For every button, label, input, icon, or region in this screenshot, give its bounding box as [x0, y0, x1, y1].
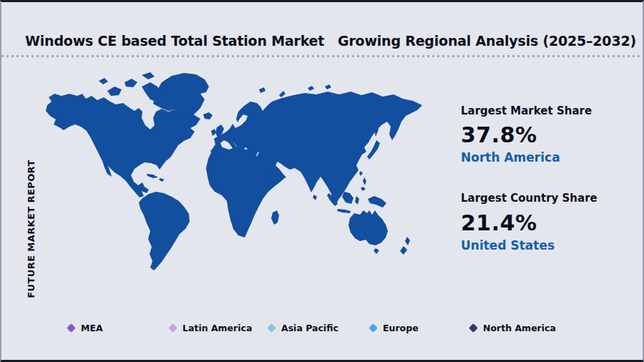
stat-value-market-share: 37.8%	[461, 122, 537, 147]
diamond-marker-icon	[369, 323, 378, 333]
legend-label: North America	[483, 323, 556, 333]
world-map-landmasses	[46, 72, 422, 270]
legend-item-europe: Europe	[370, 323, 419, 333]
world-map	[41, 69, 431, 276]
stat-region-country-share: United States	[461, 238, 555, 253]
brand-watermark: FUTURE MARKET REPORT	[26, 160, 36, 298]
diamond-marker-icon	[168, 323, 177, 333]
stat-label-market-share: Largest Market Share	[461, 104, 592, 117]
infographic-frame: Windows CE based Total Station Market Gr…	[0, 0, 644, 362]
stat-region-market-share: North America	[461, 150, 560, 165]
legend-item-latin-america: Latin America	[170, 323, 252, 333]
legend-label: Europe	[383, 323, 419, 333]
stat-value-country-share: 21.4%	[461, 210, 537, 235]
diamond-marker-icon	[67, 323, 76, 333]
diamond-marker-icon	[267, 323, 276, 333]
legend-item-asia-pacific: Asia Pacific	[268, 323, 338, 333]
dotted-divider	[1, 55, 643, 57]
legend-item-mea: MEA	[68, 323, 103, 333]
page-title: Windows CE based Total Station Market	[25, 33, 324, 49]
legend-item-north-america: North America	[470, 323, 556, 333]
legend-label: Latin America	[182, 323, 252, 333]
stat-label-country-share: Largest Country Share	[461, 192, 597, 205]
legend-label: Asia Pacific	[281, 323, 338, 333]
legend-label: MEA	[81, 323, 103, 333]
page-subtitle: Growing Regional Analysis (2025–2032)	[338, 33, 636, 49]
diamond-marker-icon	[469, 323, 478, 333]
